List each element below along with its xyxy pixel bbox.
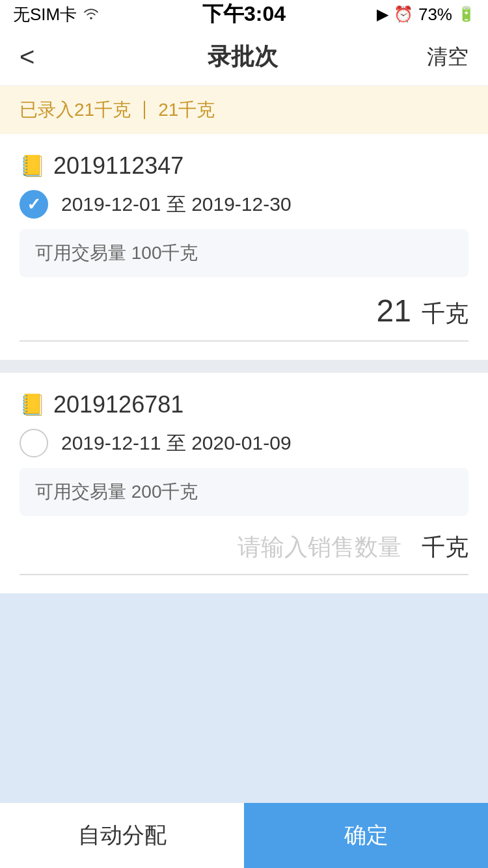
batch-1-radio[interactable]: ✓ <box>20 190 48 219</box>
back-button[interactable]: < <box>20 42 59 72</box>
batch-2-radio[interactable] <box>20 429 48 457</box>
alarm-icon: ⏰ <box>394 5 413 23</box>
batch-item-1: 📒 2019112347 ✓ 2019-12-01 至 2019-12-30 可… <box>0 134 488 360</box>
carrier-text: 无SIM卡 <box>13 3 77 26</box>
doc-icon-2: 📒 <box>20 392 46 417</box>
batch-1-unit: 千克 <box>422 298 468 330</box>
status-time: 下午3:04 <box>202 0 286 29</box>
wifi-icon <box>82 5 100 25</box>
page-title: 录批次 <box>208 41 278 73</box>
summary-divider <box>144 101 145 119</box>
summary-label: 已录入21千克 <box>20 98 131 122</box>
batch-2-date: 2019-12-11 至 2020-01-09 <box>61 430 291 457</box>
batch-1-available-text: 可用交易量 100千克 <box>35 243 198 263</box>
checkmark-icon: ✓ <box>27 195 41 215</box>
batch-1-id-row: 📒 2019112347 <box>20 152 468 180</box>
batch-1-quantity: 21 <box>377 293 411 329</box>
batch-1-quantity-row: 21 千克 <box>0 277 488 330</box>
confirm-button[interactable]: 确定 <box>244 803 488 868</box>
status-left: 无SIM卡 <box>13 3 100 26</box>
status-bar: 无SIM卡 下午3:04 ▶ ⏰ 73% 🔋 <box>0 0 488 29</box>
batch-2-header-area: 📒 2019126781 2019-12-11 至 2020-01-09 可用交… <box>0 373 488 516</box>
batch-1-id: 2019112347 <box>53 152 183 180</box>
batch-2-available: 可用交易量 200千克 <box>20 468 468 516</box>
summary-value: 21千克 <box>158 98 215 122</box>
bottom-bar: 自动分配 确定 <box>0 803 488 868</box>
batch-2-unit: 千克 <box>422 532 468 563</box>
batch-1-divider <box>20 340 468 342</box>
batch-1-header-area: 📒 2019112347 ✓ 2019-12-01 至 2019-12-30 可… <box>0 134 488 277</box>
section-gap <box>0 360 488 373</box>
batch-2-available-text: 可用交易量 200千克 <box>35 481 198 502</box>
nav-bar: < 录批次 清空 <box>0 29 488 86</box>
batch-2-quantity-input[interactable] <box>20 534 411 561</box>
batch-item-2: 📒 2019126781 2019-12-11 至 2020-01-09 可用交… <box>0 373 488 593</box>
status-right: ▶ ⏰ 73% 🔋 <box>377 5 475 25</box>
summary-bar: 已录入21千克 21千克 <box>0 86 488 134</box>
doc-icon-1: 📒 <box>20 154 46 178</box>
battery-text: 73% <box>418 5 452 25</box>
battery-icon: 🔋 <box>457 6 475 23</box>
auto-distribute-button[interactable]: 自动分配 <box>0 803 244 868</box>
location-icon: ▶ <box>377 5 388 23</box>
batch-1-available: 可用交易量 100千克 <box>20 229 468 277</box>
batch-2-id-row: 📒 2019126781 <box>20 391 468 418</box>
batch-2-id: 2019126781 <box>53 391 183 418</box>
batch-1-date: 2019-12-01 至 2019-12-30 <box>61 191 291 218</box>
batch-1-date-row[interactable]: ✓ 2019-12-01 至 2019-12-30 <box>20 190 468 219</box>
batch-2-date-row[interactable]: 2019-12-11 至 2020-01-09 <box>20 429 468 457</box>
batch-2-input-row[interactable]: 千克 <box>0 516 488 563</box>
batch-2-divider <box>20 574 468 575</box>
clear-button[interactable]: 清空 <box>427 43 468 72</box>
